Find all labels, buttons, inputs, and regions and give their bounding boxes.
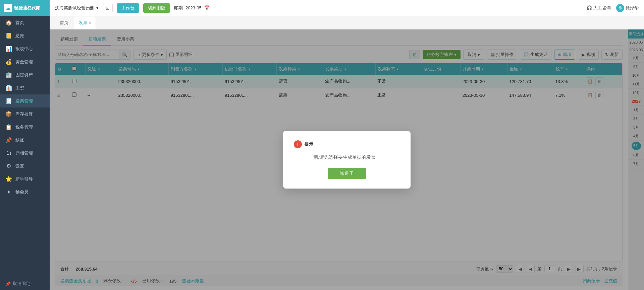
- app-name: 畅捷通易代账: [14, 5, 40, 11]
- assets-icon: 🏢: [5, 72, 12, 78]
- topbar: 沈海英测试经营勿删 ▾ ⊡ 工作台 切到旧版 账期 2023-05 📅 🎧 人工…: [50, 0, 644, 16]
- company-name: 沈海英测试经营勿删: [55, 5, 94, 11]
- content-nav: 首页 发票 ×: [50, 16, 644, 29]
- modal-box: ! 提示 亲,请先选择要生成单据的发票！ 知道了: [283, 131, 411, 189]
- sidebar-item-tax[interactable]: 📋 税务管理: [0, 121, 50, 134]
- home-icon: 🏠: [5, 19, 12, 26]
- sidebar-label-home: 首页: [15, 20, 24, 26]
- company-dropdown-icon: ▾: [96, 5, 99, 10]
- guide-icon: 🌟: [5, 176, 12, 182]
- service-button[interactable]: 🎧 人工咨询: [587, 5, 611, 11]
- page-content: 销项发票 进项发票 费用小票 🔍 ⊿ 更多条件 ▾ 显示明细: [50, 29, 644, 290]
- sidebar-item-assets[interactable]: 🏢 固定资产: [0, 68, 50, 81]
- sidebar-item-funds[interactable]: 💰 资金管理: [0, 55, 50, 68]
- sidebar-item-guide[interactable]: 🌟 新手引导: [0, 172, 50, 186]
- sidebar-label-reports: 报表中心: [15, 46, 33, 52]
- sidebar-label-assets: 固定资产: [15, 72, 33, 78]
- period-label: 账期: [174, 5, 183, 11]
- modal-message: 亲,请先选择要生成单据的发票！: [313, 154, 380, 160]
- sidebar-item-closing[interactable]: 📌 结账: [0, 134, 50, 147]
- logo-icon: ☁: [4, 4, 12, 12]
- user-avatar: 徐: [616, 4, 624, 12]
- sidebar-item-reports[interactable]: 📊 报表中心: [0, 42, 50, 55]
- funds-icon: 💰: [5, 59, 12, 65]
- member-icon: ♦: [5, 189, 12, 195]
- modal-overlay: ! 提示 亲,请先选择要生成单据的发票！ 知道了: [50, 29, 644, 290]
- sidebar-label-closing: 结账: [15, 137, 24, 143]
- warning-icon: !: [294, 140, 302, 148]
- sidebar-item-ledger[interactable]: 📒 总账: [0, 29, 50, 42]
- sidebar-label-inventory: 库存核算: [15, 111, 33, 117]
- calendar-icon[interactable]: 📅: [204, 5, 210, 10]
- sidebar-label-archive: 归档管理: [15, 150, 33, 156]
- copy-button[interactable]: ⊡: [103, 3, 113, 13]
- closing-icon: 📌: [5, 137, 12, 143]
- unpin-button[interactable]: 📌 取消固定: [0, 277, 50, 290]
- sidebar: ☁ 畅捷通易代账 🏠 首页 📒 总账 📊 报表中心 💰 资金管理 🏢 固定资产 …: [0, 0, 50, 290]
- tax-icon: 📋: [5, 124, 12, 130]
- ledger-icon: 📒: [5, 32, 12, 39]
- topbar-right: 🎧 人工咨询 徐 徐泽华: [587, 4, 639, 12]
- workspace-button[interactable]: 工作台: [117, 3, 139, 13]
- modal-title: ! 提示: [294, 140, 313, 148]
- invoice-icon: 🧾: [5, 98, 12, 104]
- salary-icon: 👔: [5, 85, 12, 91]
- modal-ok-button[interactable]: 知道了: [328, 168, 366, 179]
- sidebar-item-settings[interactable]: ⚙ 设置: [0, 159, 50, 172]
- switch-version-button[interactable]: 切到旧版: [143, 3, 170, 13]
- headset-icon: 🎧: [587, 5, 592, 10]
- sidebar-item-member[interactable]: ♦ 畅会员: [0, 186, 50, 198]
- sidebar-label-guide: 新手引导: [15, 176, 33, 182]
- sidebar-label-tax: 税务管理: [15, 124, 33, 130]
- tab-home[interactable]: 首页: [55, 17, 73, 28]
- reports-icon: 📊: [5, 46, 12, 52]
- company-selector[interactable]: 沈海英测试经营勿删 ▾: [55, 5, 99, 11]
- close-invoice-tab[interactable]: ×: [89, 21, 91, 25]
- app-logo: ☁ 畅捷通易代账: [0, 0, 50, 16]
- period-value: 2023-05: [185, 5, 202, 10]
- user-menu[interactable]: 徐 徐泽华: [616, 4, 639, 12]
- sidebar-label-salary: 工资: [15, 85, 24, 91]
- sidebar-item-salary[interactable]: 👔 工资: [0, 81, 50, 94]
- sidebar-item-archive[interactable]: 🗂 归档管理: [0, 147, 50, 159]
- sidebar-label-member: 畅会员: [15, 189, 29, 195]
- settings-icon: ⚙: [5, 163, 12, 169]
- main-area: 沈海英测试经营勿删 ▾ ⊡ 工作台 切到旧版 账期 2023-05 📅 🎧 人工…: [50, 0, 644, 290]
- inventory-icon: 📦: [5, 111, 12, 117]
- archive-icon: 🗂: [5, 150, 12, 156]
- period-display: 账期 2023-05 📅: [174, 5, 210, 11]
- sidebar-label-invoice: 发票管理: [15, 98, 33, 104]
- sidebar-label-funds: 资金管理: [15, 59, 33, 65]
- sidebar-item-home[interactable]: 🏠 首页: [0, 16, 50, 29]
- sidebar-label-ledger: 总账: [15, 33, 24, 39]
- sidebar-label-settings: 设置: [15, 163, 24, 169]
- tab-invoice[interactable]: 发票 ×: [74, 17, 96, 29]
- pin-icon: 📌: [5, 281, 11, 286]
- sidebar-item-inventory[interactable]: 📦 库存核算: [0, 107, 50, 121]
- sidebar-item-invoice[interactable]: 🧾 发票管理: [0, 94, 50, 107]
